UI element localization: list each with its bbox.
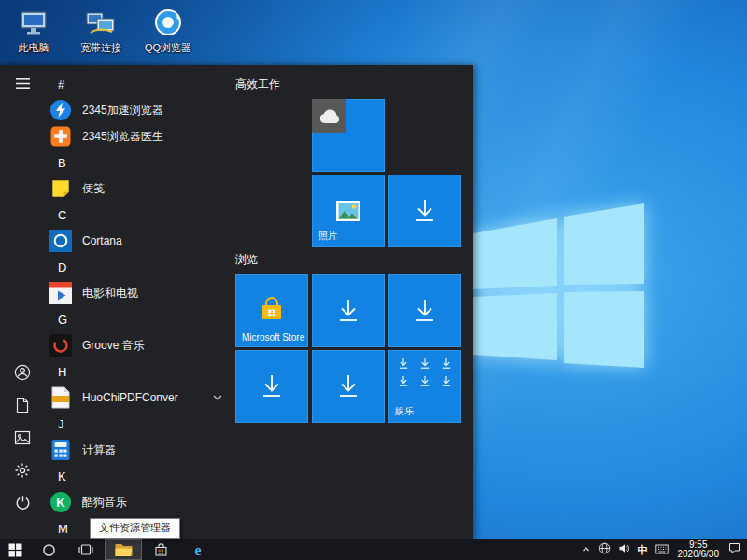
tile-label: Microsoft Store: [242, 332, 304, 343]
desktop-icon-broadband[interactable]: 宽带连接: [71, 6, 131, 55]
download-arrow-icon: [441, 375, 452, 387]
chevron-up-icon: [581, 541, 591, 558]
store-icon: [154, 543, 168, 557]
clock[interactable]: 9:552020/6/30: [672, 539, 726, 560]
tile-label: 娱乐: [395, 405, 414, 418]
tile-pending-download[interactable]: [235, 350, 308, 423]
qq-browser-icon: [151, 6, 185, 39]
task-view-icon: [78, 543, 93, 556]
edge-icon: e: [190, 542, 205, 557]
desktop-icon-label: 宽带连接: [80, 41, 121, 55]
desktop-icon-label: 此电脑: [19, 41, 49, 55]
taskbar-file-explorer-button[interactable]: [105, 539, 142, 560]
download-arrow-icon: [419, 357, 430, 370]
pending-download-icons: [397, 357, 453, 387]
start-menu: #2345加速浏览器2345浏览器医生B便笺CCortanaD电影和电视GGro…: [0, 65, 473, 539]
file-explorer-icon: [115, 543, 133, 557]
tooltip-file-explorer: 文件资源管理器: [90, 518, 180, 539]
start-icon: [8, 543, 22, 557]
tray-action-center-button[interactable]: [725, 539, 744, 560]
volume-icon: [618, 541, 630, 558]
start-tile-area: 高效工作 浏览 照片Microsoft Store娱乐: [0, 65, 473, 539]
clock-date: 2020/6/30: [678, 550, 720, 559]
tile-label: 照片: [318, 230, 337, 243]
cloud-icon: [312, 99, 346, 133]
download-arrow-icon: [398, 375, 409, 387]
taskbar-store-button[interactable]: [142, 539, 179, 560]
tile-microsoft-store[interactable]: Microsoft Store: [235, 274, 308, 347]
download-arrow-icon: [388, 274, 461, 347]
download-arrow-icon: [312, 274, 385, 347]
taskbar-task-view-button[interactable]: [67, 539, 105, 560]
action-center-icon: [728, 541, 740, 558]
taskbar-start-button[interactable]: [0, 539, 30, 560]
tile-group-title[interactable]: 高效工作: [235, 77, 280, 92]
tray-chevron-up-button[interactable]: [577, 539, 595, 560]
globe-icon: [599, 541, 611, 558]
tile-cloud-app[interactable]: [312, 99, 385, 172]
tray-keyboard-button[interactable]: [652, 539, 672, 560]
download-arrow-icon: [388, 175, 461, 247]
taskbar: e 中9:552020/6/30: [0, 539, 747, 560]
desktop-icon-this-pc[interactable]: 此电脑: [4, 6, 63, 55]
search-icon: [42, 543, 56, 557]
tile-pending-download[interactable]: [388, 175, 461, 247]
keyboard-icon: [655, 541, 669, 558]
tile-pending-download[interactable]: [312, 350, 385, 423]
taskbar-search-button[interactable]: [30, 539, 67, 560]
tile-group-title[interactable]: 浏览: [235, 252, 258, 268]
desktop-icon-qq-browser[interactable]: QQ浏览器: [138, 6, 198, 55]
system-tray: 中9:552020/6/30: [577, 539, 747, 560]
desktop-icon-label: QQ浏览器: [145, 41, 191, 55]
tile-pending-download[interactable]: [312, 274, 385, 347]
svg-text:e: e: [194, 542, 201, 557]
desktop-icons: 此电脑宽带连接QQ浏览器: [4, 6, 198, 55]
ime-indicator[interactable]: 中: [634, 539, 652, 560]
tile-pending-download[interactable]: [388, 274, 461, 347]
broadband-icon: [84, 6, 118, 39]
download-arrow-icon: [312, 350, 385, 423]
this-pc-icon: [17, 6, 50, 39]
download-arrow-icon: [235, 350, 308, 423]
tile-photos[interactable]: 照片: [312, 175, 385, 247]
taskbar-edge-button[interactable]: e: [179, 539, 217, 560]
tray-volume-button[interactable]: [614, 539, 634, 560]
windows-logo-icon: [467, 203, 649, 371]
download-arrow-icon: [398, 357, 409, 370]
download-arrow-icon: [441, 357, 452, 370]
tile-entertainment-folder[interactable]: 娱乐: [388, 350, 461, 423]
tray-globe-button[interactable]: [595, 539, 614, 560]
download-arrow-icon: [419, 375, 430, 387]
